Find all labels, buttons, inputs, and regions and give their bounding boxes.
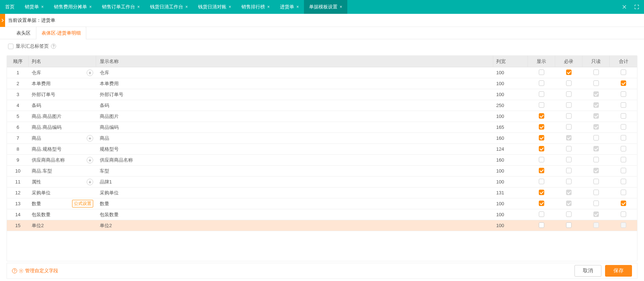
table-row[interactable]: 12采购单位采购单位131 <box>7 187 637 198</box>
top-tab[interactable]: 销售费用分摊单× <box>49 0 97 14</box>
add-icon[interactable]: + <box>87 157 93 163</box>
close-icon[interactable]: × <box>137 4 140 9</box>
fullscreen-icon[interactable] <box>632 2 642 12</box>
show-checkbox[interactable] <box>539 201 544 206</box>
cell-width[interactable]: 160 <box>493 135 528 141</box>
table-row[interactable]: 1仓库+仓库100 <box>7 67 637 78</box>
table-row[interactable]: 8商品.规格型号规格型号124 <box>7 144 637 155</box>
sum-checkbox[interactable] <box>621 190 626 195</box>
cell-width[interactable]: 100 <box>493 81 528 86</box>
cell-display-name[interactable]: 商品编码 <box>96 124 493 131</box>
table-row[interactable]: 15单位2单位2100 <box>7 220 637 231</box>
readonly-checkbox[interactable] <box>593 190 599 195</box>
close-icon[interactable]: × <box>267 4 270 9</box>
add-icon[interactable]: + <box>87 70 93 76</box>
cell-width[interactable]: 160 <box>493 157 528 163</box>
show-summary-checkbox[interactable] <box>8 44 13 49</box>
cell-width[interactable]: 100 <box>493 201 528 206</box>
show-checkbox[interactable] <box>539 190 544 195</box>
show-checkbox[interactable] <box>539 146 544 151</box>
sum-checkbox[interactable] <box>621 135 626 140</box>
sum-checkbox[interactable] <box>621 157 626 162</box>
save-button[interactable]: 保存 <box>605 265 632 277</box>
required-checkbox[interactable] <box>566 80 572 86</box>
cell-display-name[interactable]: 数量 <box>96 201 493 207</box>
table-row[interactable]: 11属性+品牌1100 <box>7 177 637 187</box>
cell-display-name[interactable]: 供应商商品名称 <box>96 157 493 163</box>
cell-width[interactable]: 100 <box>493 168 528 174</box>
cell-display-name[interactable]: 商品图片 <box>96 113 493 120</box>
table-body[interactable]: 1仓库+仓库1002本单费用本单费用1003外部订单号外部订单号1004条码条码… <box>7 67 637 261</box>
cell-display-name[interactable]: 包装数量 <box>96 211 493 218</box>
show-checkbox[interactable] <box>539 102 544 108</box>
top-tab[interactable]: 销售订单工作台× <box>97 0 145 14</box>
section-tab[interactable]: 表体区-进货单明细 <box>36 27 86 39</box>
required-checkbox[interactable] <box>566 179 572 184</box>
sum-checkbox[interactable] <box>621 179 626 184</box>
show-checkbox[interactable] <box>539 179 544 184</box>
top-tab[interactable]: 单据模板设置× <box>304 0 347 14</box>
add-icon[interactable]: + <box>87 135 93 142</box>
cell-display-name[interactable]: 条码 <box>96 102 493 109</box>
required-checkbox[interactable] <box>566 146 572 151</box>
table-row[interactable]: 13数量公式设置数量100 <box>7 198 637 209</box>
sum-checkbox[interactable] <box>621 201 626 206</box>
top-tab[interactable]: 销货单× <box>20 0 49 14</box>
show-checkbox[interactable] <box>539 168 544 173</box>
close-icon[interactable]: × <box>185 4 188 9</box>
cell-width[interactable]: 165 <box>493 124 528 130</box>
top-tab[interactable]: 销售排行榜× <box>236 0 275 14</box>
required-checkbox[interactable] <box>566 168 572 173</box>
show-checkbox[interactable] <box>539 113 544 119</box>
close-icon[interactable]: × <box>89 4 92 9</box>
show-checkbox[interactable] <box>539 135 544 140</box>
formula-settings-button[interactable]: 公式设置 <box>72 200 93 207</box>
sum-checkbox[interactable] <box>621 211 626 217</box>
table-row[interactable]: 10商品.车型车型100 <box>7 166 637 177</box>
cell-display-name[interactable]: 本单费用 <box>96 80 493 87</box>
sum-checkbox[interactable] <box>621 124 626 130</box>
add-icon[interactable]: + <box>87 179 93 185</box>
cell-display-name[interactable]: 采购单位 <box>96 190 493 196</box>
close-icon[interactable]: × <box>296 4 299 9</box>
help-icon[interactable]: ? <box>12 268 17 273</box>
cell-width[interactable]: 100 <box>493 212 528 217</box>
section-tab[interactable]: 表头区 <box>11 27 36 39</box>
show-checkbox[interactable] <box>539 124 544 130</box>
cell-display-name[interactable]: 仓库 <box>96 70 493 76</box>
show-checkbox[interactable] <box>539 80 544 86</box>
cell-width[interactable]: 100 <box>493 223 528 228</box>
required-checkbox[interactable] <box>566 124 572 130</box>
cell-width[interactable]: 100 <box>493 114 528 119</box>
readonly-checkbox[interactable] <box>593 201 599 206</box>
cancel-button[interactable]: 取消 <box>574 265 601 277</box>
cell-width[interactable]: 131 <box>493 190 528 195</box>
top-tab[interactable]: 首页 <box>0 0 20 14</box>
sum-checkbox[interactable] <box>621 70 626 75</box>
table-row[interactable]: 4条码条码250 <box>7 100 637 111</box>
required-checkbox[interactable] <box>566 91 572 97</box>
required-checkbox[interactable] <box>566 70 572 75</box>
sum-checkbox[interactable] <box>621 91 626 97</box>
table-row[interactable]: 2本单费用本单费用100 <box>7 78 637 89</box>
sum-checkbox[interactable] <box>621 80 626 86</box>
table-row[interactable]: 3外部订单号外部订单号100 <box>7 89 637 100</box>
sum-checkbox[interactable] <box>621 168 626 173</box>
show-checkbox[interactable] <box>539 157 544 162</box>
close-icon[interactable]: × <box>340 4 342 9</box>
cell-width[interactable]: 100 <box>493 179 528 185</box>
required-checkbox[interactable] <box>566 102 572 108</box>
cell-display-name[interactable]: 品牌1 <box>96 179 493 185</box>
table-row[interactable]: 7商品+商品160 <box>7 133 637 144</box>
readonly-checkbox[interactable] <box>593 80 599 86</box>
cell-display-name[interactable]: 商品 <box>96 135 493 142</box>
table-row[interactable]: 6商品.商品编码商品编码165 <box>7 122 637 133</box>
close-icon[interactable]: × <box>229 4 231 9</box>
top-tab[interactable]: 钱货日清对账× <box>193 0 236 14</box>
show-checkbox[interactable] <box>539 222 544 228</box>
close-all-tabs-icon[interactable] <box>619 2 629 12</box>
cell-display-name[interactable]: 车型 <box>96 168 493 174</box>
cell-display-name[interactable]: 外部订单号 <box>96 91 493 98</box>
readonly-checkbox[interactable] <box>593 157 599 162</box>
manage-custom-fields-link[interactable]: 管理自定义字段 <box>25 268 58 274</box>
